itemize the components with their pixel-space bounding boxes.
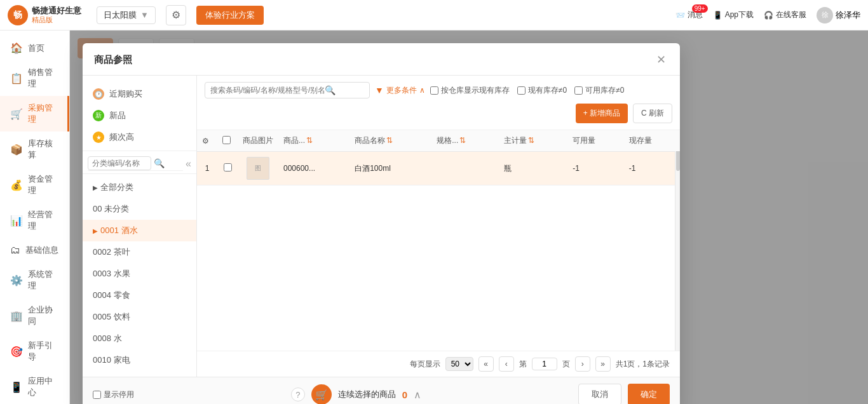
nav-selector[interactable]: 日太阳膜 ▼ xyxy=(97,6,156,24)
row-checkbox[interactable] xyxy=(224,163,232,172)
page-first-button[interactable]: « xyxy=(478,356,494,372)
quick-recent[interactable]: 🕐 近期购买 xyxy=(83,83,196,105)
page-prev-button[interactable]: ‹ xyxy=(499,356,514,372)
cancel-button[interactable]: 取消 xyxy=(578,384,621,404)
confirm-button[interactable]: 确定 xyxy=(628,384,670,404)
top-nav: 畅 畅捷通好生意 精品版 日太阳膜 ▼ ⚙ 体验行业方案 📨 消息 99+ 📱 … xyxy=(0,0,868,30)
modal-close-button[interactable]: ✕ xyxy=(653,52,668,67)
inventory-icon: 📦 xyxy=(10,144,23,156)
app-download-button[interactable]: 📱 App下载 xyxy=(713,10,754,20)
cat-item-0004[interactable]: 0004 零食 xyxy=(83,285,196,306)
logo-icon: 畅 xyxy=(8,5,28,25)
cat-item-00[interactable]: 00 未分类 xyxy=(83,198,196,220)
settings-button[interactable]: ⚙ xyxy=(166,5,186,25)
footer-mid: ? 🛒 连续选择的商品 0 ∧ xyxy=(291,384,421,404)
row-index: 1 xyxy=(197,152,217,185)
sidebar-item-sales[interactable]: 📋 销售管理 xyxy=(0,60,69,96)
show-disabled-input[interactable] xyxy=(93,391,101,399)
cat-item-all[interactable]: ▶ 全部分类 xyxy=(83,177,196,198)
collapse-sidebar-button[interactable]: « xyxy=(186,158,191,170)
sidebar-item-inventory[interactable]: 📦 库存核算 xyxy=(0,131,69,167)
table-header-code[interactable]: 商品...⇅ xyxy=(278,130,349,152)
enterprise-icon: 🏢 xyxy=(10,310,23,322)
new-icon: 新 xyxy=(93,110,104,121)
cart-icon[interactable]: 🛒 xyxy=(311,384,332,404)
more-filter-button[interactable]: ▼ 更多条件 ∧ xyxy=(375,85,425,96)
cat-item-0001[interactable]: ▶ 0001 酒水 xyxy=(83,220,196,241)
product-reference-modal: 商品参照 ✕ 🕐 近期购买 新 xyxy=(83,43,680,404)
cat-item-0010[interactable]: 0010 家电 xyxy=(83,349,196,371)
clock-icon: 🕐 xyxy=(93,88,104,100)
page-next-button[interactable]: › xyxy=(575,356,590,372)
filter-checkboxes: 按仓库显示现有库存 现有库存≠0 可用库存≠0 xyxy=(430,85,625,96)
available-stock-input[interactable] xyxy=(517,86,526,95)
basic-icon: 🗂 xyxy=(10,245,20,256)
scrollbar[interactable] xyxy=(675,130,680,351)
collapse-footer-button[interactable]: ∧ xyxy=(414,389,421,401)
sidebar-item-purchase[interactable]: 🛒 采购管理 xyxy=(0,96,69,131)
warehouse-filter-checkbox[interactable]: 按仓库显示现有库存 xyxy=(430,85,510,96)
sidebar-item-finance[interactable]: 💰 资金管理 xyxy=(0,167,69,203)
bell-icon: 📨 xyxy=(675,11,685,20)
home-icon: 🏠 xyxy=(10,42,23,54)
business-icon: 📊 xyxy=(10,215,23,227)
system-icon: ⚙️ xyxy=(10,274,23,286)
quick-new[interactable]: 新 新品 xyxy=(83,105,196,126)
search-icon[interactable]: 🔍 xyxy=(325,85,336,95)
cat-item-0002[interactable]: 0002 茶叶 xyxy=(83,241,196,263)
product-search-input[interactable] xyxy=(210,86,325,95)
usable-stock-input[interactable] xyxy=(574,86,583,95)
table-header-name[interactable]: 商品名称⇅ xyxy=(349,130,431,152)
table-header-check[interactable] xyxy=(217,130,238,152)
table-header-unit[interactable]: 主计量⇅ xyxy=(499,130,568,152)
page-size-select[interactable]: 50 xyxy=(445,357,473,371)
usable-stock-checkbox[interactable]: 可用库存≠0 xyxy=(574,85,624,96)
sort-spec-icon: ⇅ xyxy=(459,136,466,145)
available-stock-checkbox[interactable]: 现有库存≠0 xyxy=(517,85,567,96)
cat-item-0005[interactable]: 0005 饮料 xyxy=(83,306,196,328)
quick-frequent[interactable]: ★ 频次高 xyxy=(83,126,196,148)
help-button[interactable]: ? xyxy=(291,387,305,401)
page-last-button[interactable]: » xyxy=(595,356,611,372)
table-row[interactable]: 1 图 000600... 白酒100ml xyxy=(197,152,680,185)
table-header-stock: 现存量 xyxy=(624,130,680,152)
cat-item-0008[interactable]: 0008 水 xyxy=(83,328,196,349)
sidebar-item-enterprise[interactable]: 🏢 企业协同 xyxy=(0,298,69,333)
notifications-button[interactable]: 📨 消息 99+ xyxy=(675,10,703,20)
download-icon: 📱 xyxy=(713,11,722,20)
cat-item-0003[interactable]: 0003 水果 xyxy=(83,263,196,285)
filter-icon: ▼ xyxy=(375,85,384,95)
product-image: 图 xyxy=(247,157,269,180)
sidebar-item-basic[interactable]: 🗂 基础信息 xyxy=(0,238,69,262)
table-header-spec[interactable]: 规格...⇅ xyxy=(431,130,498,152)
sidebar-item-home[interactable]: 🏠 首页 xyxy=(0,36,69,60)
show-disabled-checkbox[interactable]: 显示停用 xyxy=(93,389,134,400)
sidebar-item-system[interactable]: ⚙️ 系统管理 xyxy=(0,262,69,298)
sidebar-item-business[interactable]: 📊 经营管理 xyxy=(0,203,69,238)
page-number-input[interactable] xyxy=(532,358,557,370)
refresh-button[interactable]: C 刷新 xyxy=(633,104,672,123)
main-layout: 🏠 首页 📋 销售管理 🛒 采购管理 📦 库存核算 💰 资金管理 📊 经营管理 … xyxy=(0,30,868,404)
table-header-settings[interactable]: ⚙ xyxy=(197,130,217,152)
category-list: ▶ 全部分类 00 未分类 ▶ 0001 酒水 0002 茶 xyxy=(83,174,196,374)
warehouse-checkbox-input[interactable] xyxy=(430,86,438,95)
select-all-checkbox[interactable] xyxy=(222,136,231,144)
sidebar-item-guide[interactable]: 🎯 新手引导 xyxy=(0,333,69,369)
user-area[interactable]: 徐 徐泽华 xyxy=(817,7,860,24)
modal-overlay: 商品参照 ✕ 🕐 近期购买 新 xyxy=(70,30,868,404)
category-search-icon[interactable]: 🔍 xyxy=(154,158,165,168)
product-table: ⚙ 商品图片 商品...⇅ 商品名称⇅ 规格...⇅ 主计量⇅ 可用量 现存量 xyxy=(197,130,680,185)
sales-icon: 📋 xyxy=(10,72,23,84)
purchase-icon: 🛒 xyxy=(10,108,23,120)
trial-button[interactable]: 体验行业方案 xyxy=(196,6,264,25)
category-search-input[interactable] xyxy=(88,156,151,170)
add-product-button[interactable]: + 新增商品 xyxy=(576,104,628,123)
row-available: -1 xyxy=(567,152,623,185)
modal-footer: 显示停用 ? 🛒 连续选择的商品 0 ∧ 取消 确定 xyxy=(83,377,680,404)
pagination: 每页显示 50 « ‹ 第 页 › » 共1页，1条记录 xyxy=(197,351,680,377)
online-service-button[interactable]: 🎧 在线客服 xyxy=(764,10,806,20)
sidebar-item-appcenter[interactable]: 📱 应用中心 xyxy=(0,369,69,404)
product-search-box[interactable]: 🔍 xyxy=(205,82,370,98)
row-check[interactable] xyxy=(217,152,238,185)
toolbar-actions: + 新增商品 C 刷新 xyxy=(576,104,672,123)
